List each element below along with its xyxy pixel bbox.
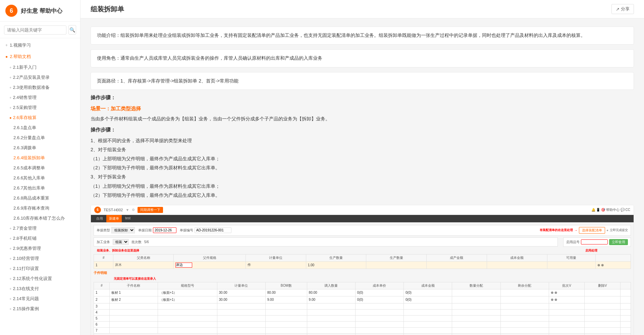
- annotation3-label: 启用处理: [585, 248, 597, 253]
- search-input[interactable]: [4, 25, 66, 35]
- sidebar-item-sales[interactable]: + 2.4销售管理: [0, 93, 80, 103]
- sidebar-item-system[interactable]: + 2.12系统个性化设置: [0, 274, 80, 284]
- sidebar-item-beginner[interactable]: + 2.1新手入门: [0, 62, 80, 72]
- sidebar-item-stocktake[interactable]: 2.6.1盘点单: [0, 123, 80, 133]
- mock-nav-test[interactable]: test: [122, 215, 133, 222]
- sidebar-item-video[interactable]: + 1.视频学习: [0, 40, 80, 51]
- sidebar-item-faq[interactable]: + 2.14常见问题: [0, 294, 80, 304]
- mock-sub-table: # 子件名称 规格型号 计量单位 BOM数 调入数量 成本单价 成本金额 数量分…: [94, 282, 631, 335]
- sidebar-logo: 6 好生意 帮助中心: [0, 0, 80, 22]
- sidebar-item-purchase[interactable]: + 2.5采购管理: [0, 103, 80, 113]
- plus-icon-sys: +: [9, 277, 11, 281]
- mock-sub-row-4: 4: [94, 309, 631, 315]
- mock-apply-btn[interactable]: 立即套用: [609, 239, 628, 245]
- mock-field-type: 单据类型 组装拆卸: [97, 227, 135, 233]
- mock-process-select[interactable]: 组装 拆卸: [113, 239, 129, 245]
- mock-sub-row-6: 6: [94, 321, 631, 327]
- sub-col-del: 删除V: [585, 282, 621, 289]
- sidebar-item-inventory[interactable]: ● 2.6库存核算: [0, 113, 80, 123]
- col-prod-qty2: 生产数量: [366, 254, 427, 261]
- footer-val2: 0.00: [355, 333, 404, 335]
- step-3-2: （2）下部明细为子件明细，最终作为产成品生成其它入库单。: [91, 191, 634, 200]
- arrow-icon1: →: [574, 228, 578, 232]
- sub-col-adjust: 调入数量: [307, 282, 355, 289]
- plus-icon-sm2: +: [9, 75, 11, 79]
- mock-sub-row-2: 2 板材 2 （板面+1） 30.00 9.00 9.00 0(0) 0(0): [94, 296, 631, 303]
- sidebar-item-install[interactable]: + 2.2产品安装及登录: [0, 72, 80, 82]
- mock-parent-table-header: # 父类名称 父件规格 计量单位 生产数量 生产数量 成产金额 成本金额 可用量: [94, 254, 631, 261]
- mock-annotation1-area: 有装配清单的在这里处理 → 选择装配清单 ● 立即完成提交: [540, 227, 628, 234]
- sidebar-item-print[interactable]: + 2.11打印设置: [0, 264, 80, 274]
- screenshot-container: 6 TEST-H002 ▼ ⚙ 同期调整一下 🔔 📱 🎯 帮助中心 💬 CC 自…: [91, 205, 634, 335]
- mock-enable-input[interactable]: [581, 239, 608, 244]
- step-2-1: （1）上部明细为父件明细，最终作为产成品生成其它入库单；: [91, 155, 634, 163]
- intro-text: 功能介绍：组装拆卸单用来处理企业组装或拆卸等加工业务，支持有固定装配清单的产品加…: [97, 33, 585, 38]
- col-parent-spec: 父件规格: [174, 254, 246, 261]
- sidebar-item-data[interactable]: + 2.3使用前数据准备: [0, 82, 80, 93]
- sidebar-item-mobile[interactable]: + 2.8手机旺铺: [0, 233, 80, 243]
- plus-icon-sm4: +: [9, 96, 11, 100]
- mock-nav-home[interactable]: 自用: [94, 215, 106, 222]
- mock-sub-row-3: 3: [94, 303, 631, 309]
- logo-text: 好生意 帮助中心: [21, 7, 62, 15]
- sidebar-item-other-out[interactable]: 2.6.7其他出库单: [0, 183, 80, 193]
- mock-annotations: 组装业务、拆卸业务在这里选择 启用处理: [94, 248, 631, 253]
- sidebar-item-assembly[interactable]: 2.6.4组装拆卸单: [0, 153, 80, 163]
- sidebar-item-other-in[interactable]: 2.6.6其他入库单: [0, 173, 80, 183]
- mock-type-select[interactable]: 组装拆卸: [111, 227, 135, 233]
- operations-title: 操作步骤：: [91, 95, 634, 101]
- sidebar-item-adjust[interactable]: 2.6.3调拨单: [0, 143, 80, 153]
- page-path-box: 页面路径：1、库存核算->库存管理->组装拆卸单 2、首页->常用功能: [91, 72, 634, 90]
- step-3: 3、对于拆装业务: [91, 173, 634, 181]
- sidebar-item-error[interactable]: 2.6.10库存账本错了怎么办: [0, 213, 80, 223]
- col-unit: 计量单位: [246, 254, 306, 261]
- mock-nav-new[interactable]: 新建单: [106, 215, 122, 222]
- sidebar-item-cost[interactable]: 2.6.5成本调整单: [0, 163, 80, 173]
- mock-enable-row: 启用品号 立即套用: [563, 237, 631, 247]
- sidebar: 6 好生意 帮助中心 🔍 + 1.视频学习 ● 2.帮助文档 + 2.1新手入门…: [0, 0, 80, 335]
- share-button[interactable]: ↗ 分享: [611, 4, 634, 14]
- sidebar-item-recalc[interactable]: 2.6.8商品成本重算: [0, 193, 80, 203]
- sidebar-item-ops[interactable]: + 2.10经营管理: [0, 254, 80, 264]
- sidebar-item-cases[interactable]: + 2.15操作案例: [0, 304, 80, 314]
- mock-company: TEST-H002: [104, 208, 123, 212]
- mock-form-body: 单据类型 组装拆卸 单据日期 单据编号: [91, 222, 634, 335]
- mock-sub-table-header: # 子件名称 规格型号 计量单位 BOM数 调入数量 成本单价 成本金额 数量分…: [94, 282, 631, 289]
- col-cost-amt: 成本金额: [487, 254, 547, 261]
- sub-col-batch: 批次V: [549, 282, 585, 289]
- share-icon: ↗: [616, 7, 620, 12]
- annotation4-label: 无固定清单可以直接在这里录入: [114, 277, 156, 280]
- sidebar-item-finance[interactable]: + 2.7资金管理: [0, 223, 80, 233]
- steps-list: 1、根据不同的业务，选择不同单据的类型来处理 2、对于组装业务 （1）上部明细为…: [91, 136, 634, 200]
- mock-footer-row: 合计 89.00 0.00 0.00 0.00: [94, 333, 631, 335]
- sub-col-remain: 剩余分配: [500, 282, 549, 289]
- search-button[interactable]: 🔍: [68, 25, 76, 35]
- mock-form-row1: 单据类型 组装拆卸 单据日期 单据编号: [94, 225, 631, 236]
- sub-col-spec: 规格型号: [158, 282, 217, 289]
- footer-total-label: 合计: [94, 333, 217, 335]
- mock-date-input[interactable]: [153, 227, 176, 233]
- col-prod-amt: 成产金额: [427, 254, 487, 261]
- col-num: #: [94, 254, 113, 261]
- logo-icon: 6: [5, 5, 17, 17]
- plus-icon-mob: +: [9, 236, 11, 240]
- mock-confirm-btn[interactable]: 选择装配清单: [579, 227, 605, 234]
- sidebar-item-coupon[interactable]: + 2.9优惠券管理: [0, 243, 80, 254]
- mock-topbar-btn[interactable]: 同期调整一下: [138, 207, 163, 213]
- page-title: 组装拆卸单: [91, 5, 124, 14]
- plus-icon-sm3: +: [9, 86, 11, 90]
- col-available: 可用量: [547, 254, 595, 261]
- mock-spec-input[interactable]: [175, 263, 192, 268]
- sub-col-name: 子件名称: [109, 282, 158, 289]
- sidebar-item-payment[interactable]: + 2.13在线支付: [0, 284, 80, 294]
- mock-field-date: 单据日期: [138, 227, 176, 233]
- sidebar-item-partial[interactable]: 2.6.2分量盘点单: [0, 133, 80, 143]
- mock-topbar: 6 TEST-H002 ▼ ⚙ 同期调整一下 🔔 📱 🎯 帮助中心 💬 CC: [91, 205, 634, 215]
- nav-section: + 1.视频学习 ● 2.帮助文档 + 2.1新手入门 + 2.2产品安装及登录…: [0, 38, 80, 315]
- mock-docno-input[interactable]: [195, 227, 231, 233]
- minus-icon-inv: ●: [9, 116, 12, 120]
- mock-topbar-icons: 🔔 📱 🎯 帮助中心 💬 CC: [591, 208, 630, 212]
- sidebar-item-docs[interactable]: ● 2.帮助文档: [0, 51, 80, 62]
- sidebar-item-ledger[interactable]: 2.6.9库存账本查询: [0, 203, 80, 213]
- intro-box: 功能介绍：组装拆卸单用来处理企业组装或拆卸等加工业务，支持有固定装配清单的产品加…: [91, 26, 634, 45]
